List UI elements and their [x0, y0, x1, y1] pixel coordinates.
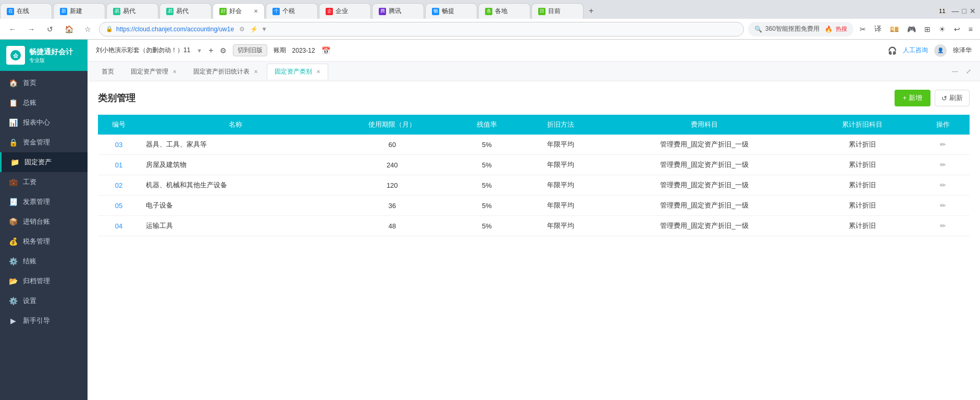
sidebar-item-inventory[interactable]: 📦 进销台账 — [0, 212, 88, 232]
tab-fixed-mgmt-label: 固定资产管理 — [131, 67, 168, 76]
translate-icon[interactable]: 译 — [872, 23, 884, 35]
add-button[interactable]: + 新增 — [895, 90, 931, 106]
edit-icon-0[interactable]: ✏ — [940, 140, 946, 149]
tab-favicon-11: 目 — [538, 8, 545, 15]
browser-tab-5[interactable]: 好 好会 ✕ — [213, 3, 265, 19]
window-maximize[interactable]: □ — [962, 7, 966, 15]
tab-favicon-10: 各 — [485, 8, 492, 15]
logo-text: 畅捷通好会计 专业版 — [29, 47, 73, 63]
tab-fixed-mgmt[interactable]: 固定资产管理 ✕ — [123, 64, 184, 79]
sidebar-item-guide[interactable]: ▶ 新手引导 — [0, 311, 88, 331]
address-bar[interactable]: 🔒 https://cloud.chanjet.com/accounting/u… — [99, 22, 744, 37]
back-button[interactable]: ← — [5, 22, 20, 37]
window-minimize[interactable]: — — [952, 7, 959, 15]
sidebar-item-settings[interactable]: ⚙️ 设置 — [0, 291, 88, 311]
browser-tab-9[interactable]: 畅 畅提 — [425, 3, 477, 19]
browser-tab-8[interactable]: 腾 腾讯 — [372, 3, 424, 19]
refresh-button[interactable]: ↺ 刷新 — [935, 90, 970, 106]
col-code: 编号 — [98, 115, 140, 135]
home-button[interactable]: 🏠 — [61, 22, 76, 37]
tab-close-5[interactable]: ✕ — [251, 8, 258, 14]
sidebar-label-inventory: 进销台账 — [23, 217, 50, 226]
edit-icon-2[interactable]: ✏ — [940, 181, 946, 189]
window-controls: — ⤢ — [950, 66, 974, 77]
url-text: https://cloud.chanjet.com/accounting/uw1… — [116, 26, 234, 33]
browser-tab-11[interactable]: 目 目前 — [531, 3, 584, 19]
grid-icon[interactable]: ⊞ — [922, 24, 933, 34]
game-icon[interactable]: 🎮 — [905, 24, 918, 34]
edit-icon-1[interactable]: ✏ — [940, 161, 946, 169]
tab-label-1: 在线 — [17, 7, 29, 16]
tab-fixed-stat[interactable]: 固定资产折旧统计表 ✕ — [185, 64, 266, 79]
guide-icon: ▶ — [8, 316, 18, 325]
tab-label-4: 易代 — [176, 7, 189, 16]
settings-gear-icon[interactable]: ⚙ — [220, 46, 227, 55]
tab-home[interactable]: 首页 — [94, 64, 122, 79]
menu-icon[interactable]: ≡ — [966, 24, 975, 34]
table-row: 03 器具、工具、家具等 60 5% 年限平均 管理费用_固定资产折旧_一级 累… — [98, 135, 970, 155]
sidebar-item-fixed-assets[interactable]: 📁 固定资产 — [0, 152, 88, 172]
url-dropdown-icon: ▼ — [261, 26, 267, 33]
minimize-icon[interactable]: — — [950, 66, 960, 77]
browser-tabs: 在 在线 新 新建 易 易代 易 易代 好 好会 ✕ 个 个税 企 企业 腾 — [0, 0, 980, 19]
avatar: 👤 — [934, 44, 947, 57]
tab-fixed-cat-label: 固定资产类别 — [275, 67, 312, 76]
main-area: 刘小艳演示彩套（勿删勿动！）11 ▼ + ⚙ 切到旧版 账期 2023-12 📅… — [88, 40, 980, 400]
sidebar-item-home[interactable]: 🏠 首页 — [0, 73, 88, 93]
table-body: 03 器具、工具、家具等 60 5% 年限平均 管理费用_固定资产折旧_一级 累… — [98, 135, 970, 236]
fixed-assets-icon: 📁 — [10, 157, 19, 167]
sidebar-label-fund: 资金管理 — [23, 138, 50, 147]
tab-fixed-cat-close[interactable]: ✕ — [316, 69, 320, 75]
cell-rate-1: 5% — [453, 155, 520, 175]
browser-tab-4[interactable]: 易 易代 — [159, 3, 212, 19]
browser-tab-3[interactable]: 易 易代 — [106, 3, 158, 19]
col-rate: 残值率 — [453, 115, 520, 135]
sidebar-item-archive[interactable]: 📂 归档管理 — [0, 271, 88, 291]
window-close[interactable]: ✕ — [970, 7, 976, 15]
sidebar-label-fixed-assets: 固定资产 — [24, 157, 52, 167]
cell-expense-3: 管理费用_固定资产折旧_一级 — [601, 196, 808, 216]
tab-favicon-5: 好 — [219, 8, 227, 15]
cell-method-2: 年限平均 — [520, 175, 601, 196]
cell-name-4: 运输工具 — [140, 216, 331, 236]
tab-label-2: 新建 — [70, 7, 82, 16]
sidebar-item-ledger[interactable]: 📋 总账 — [0, 93, 88, 113]
forward-button[interactable]: → — [24, 22, 39, 37]
tab-fixed-mgmt-close[interactable]: ✕ — [172, 69, 177, 75]
undo-icon[interactable]: ↩ — [952, 24, 962, 34]
sidebar-item-closing[interactable]: ⚙️ 结账 — [0, 251, 88, 271]
service-label[interactable]: 人工咨询 — [903, 46, 928, 55]
browser-tab-6[interactable]: 个 个税 — [266, 3, 318, 19]
cut-icon[interactable]: ✂ — [858, 24, 868, 34]
browser-tab-10[interactable]: 各 各地 — [478, 3, 530, 19]
tab-home-label: 首页 — [102, 67, 114, 76]
brightness-icon[interactable]: ☀ — [937, 24, 948, 34]
calendar-icon[interactable]: 📅 — [321, 46, 330, 55]
wallet-icon[interactable]: 💴 — [888, 24, 901, 34]
dropdown-icon[interactable]: ▼ — [196, 47, 202, 54]
sidebar-item-tax[interactable]: 💰 税务管理 — [0, 232, 88, 251]
tab-fixed-cat[interactable]: 固定资产类别 ✕ — [267, 64, 328, 79]
edit-icon-3[interactable]: ✏ — [940, 201, 946, 210]
reload-button[interactable]: ↺ — [43, 22, 57, 37]
username-label: 徐泽华 — [953, 46, 972, 55]
browser-tab-2[interactable]: 新 新建 — [53, 3, 105, 19]
sidebar-item-fund[interactable]: 🔒 资金管理 — [0, 132, 88, 152]
new-tab-button[interactable]: + — [585, 6, 598, 16]
cell-period-4: 48 — [331, 216, 453, 236]
sidebar-item-invoice[interactable]: 🧾 发票管理 — [0, 192, 88, 212]
sidebar-item-salary[interactable]: 💼 工资 — [0, 172, 88, 192]
cell-accum-3: 累计折旧 — [808, 196, 916, 216]
edit-icon-4[interactable]: ✏ — [940, 222, 946, 230]
expand-icon[interactable]: ⤢ — [963, 66, 974, 77]
period-value: 2023-12 — [292, 47, 315, 54]
add-account-icon[interactable]: + — [208, 46, 213, 55]
browser-tab-7[interactable]: 企 企业 — [319, 3, 371, 19]
inventory-icon: 📦 — [8, 217, 18, 226]
bookmark-button[interactable]: ☆ — [80, 22, 95, 37]
sidebar-item-report[interactable]: 📊 报表中心 — [0, 113, 88, 132]
switch-version-button[interactable]: 切到旧版 — [233, 44, 267, 56]
search-bar[interactable]: 🔍 360智能抠图免费用 🔥 热搜 — [748, 22, 853, 37]
browser-tab-1[interactable]: 在 在线 — [0, 3, 52, 19]
tab-fixed-stat-close[interactable]: ✕ — [254, 69, 258, 75]
